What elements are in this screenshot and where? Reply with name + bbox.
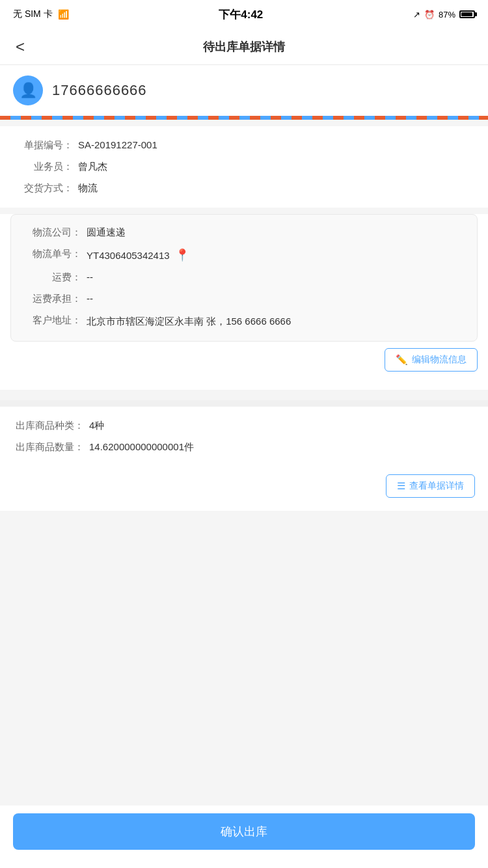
status-time: 下午4:42: [219, 7, 263, 22]
order-info-section: 单据编号： SA-20191227-001 业务员： 曾凡杰 交货方式： 物流: [0, 126, 488, 208]
confirm-btn-container: 确认出库: [0, 806, 488, 868]
status-bar: 无 SIM 卡 📶 下午4:42 ↗ ⏰ 87%: [0, 0, 488, 29]
confirm-outbound-button[interactable]: 确认出库: [13, 813, 475, 850]
edit-icon: ✏️: [396, 354, 408, 366]
view-details-button[interactable]: ☰ 查看单据详情: [386, 474, 475, 498]
sales-person-row: 业务员： 曾凡杰: [16, 161, 472, 173]
delivery-method-row: 交货方式： 物流: [16, 182, 472, 195]
location-icon: ↗: [413, 10, 420, 20]
wifi-icon: 📶: [58, 9, 69, 20]
logistics-company-value: 圆通速递: [87, 226, 464, 239]
view-details-row: ☰ 查看单据详情: [0, 467, 488, 511]
tracking-location-icon[interactable]: 📍: [175, 248, 189, 262]
goods-types-value: 4种: [89, 420, 104, 432]
delivery-method-value: 物流: [78, 182, 472, 195]
document-number-label: 单据编号：: [16, 139, 73, 152]
battery-percentage: 87%: [439, 10, 455, 20]
tracking-number-row: 物流单号： YT43064053424​13 📍: [24, 248, 464, 262]
goods-quantity-label: 出库商品数量：: [16, 441, 84, 454]
section-separator: [0, 400, 488, 407]
avatar: 👤: [13, 75, 43, 105]
address-label: 客户地址：: [24, 314, 81, 327]
carrier-text: 无 SIM 卡: [13, 8, 53, 20]
status-carrier: 无 SIM 卡 📶: [13, 8, 69, 20]
logistics-company-label: 物流公司：: [24, 226, 81, 239]
goods-types-label: 出库商品种类：: [16, 420, 84, 432]
alarm-icon: ⏰: [424, 10, 435, 20]
document-number-value: SA-20191227-001: [78, 139, 472, 150]
dashed-divider: [0, 116, 488, 120]
nav-bar: < 待出库单据详情: [0, 29, 488, 65]
person-icon: 👤: [20, 82, 37, 99]
back-button[interactable]: <: [10, 33, 30, 61]
tracking-number-value: YT43064053424​13 📍: [87, 248, 464, 262]
page-title: 待出库单据详情: [203, 39, 285, 55]
document-number-row: 单据编号： SA-20191227-001: [16, 139, 472, 152]
freight-bearer-label: 运费承担：: [24, 293, 81, 305]
sales-person-value: 曾凡杰: [78, 161, 472, 173]
delivery-method-label: 交货方式：: [16, 182, 73, 195]
edit-btn-container: ✏️ 编辑物流信息: [0, 348, 488, 390]
freight-bearer-value: --: [87, 293, 464, 304]
customer-phone: 17666666666: [52, 82, 147, 99]
bottom-spacer: [0, 511, 488, 641]
sales-person-label: 业务员：: [16, 161, 73, 173]
logistics-company-row: 物流公司： 圆通速递: [24, 226, 464, 239]
list-icon: ☰: [397, 480, 405, 492]
address-row: 客户地址： 北京市市辖区海淀区永丰南 张，156 6666 6666: [24, 314, 464, 329]
goods-types-row: 出库商品种类： 4种: [16, 420, 472, 432]
edit-logistics-button[interactable]: ✏️ 编辑物流信息: [385, 348, 478, 372]
freight-value: --: [87, 271, 464, 282]
customer-header: 👤 17666666666: [0, 65, 488, 116]
status-indicators: ↗ ⏰ 87%: [413, 10, 475, 20]
logistics-card: 物流公司： 圆通速递 物流单号： YT43064053424​13 📍 运费： …: [10, 214, 478, 342]
goods-section: 出库商品种类： 4种 出库商品数量： 14.620000000000001件: [0, 407, 488, 467]
freight-bearer-row: 运费承担： --: [24, 293, 464, 305]
address-value: 北京市市辖区海淀区永丰南 张，156 6666 6666: [87, 314, 464, 329]
tracking-number-label: 物流单号：: [24, 248, 81, 260]
battery-icon: [459, 10, 475, 18]
goods-quantity-value: 14.620000000000001件: [89, 441, 194, 454]
freight-row: 运费： --: [24, 271, 464, 284]
goods-quantity-row: 出库商品数量： 14.620000000000001件: [16, 441, 472, 454]
freight-label: 运费：: [24, 271, 81, 284]
